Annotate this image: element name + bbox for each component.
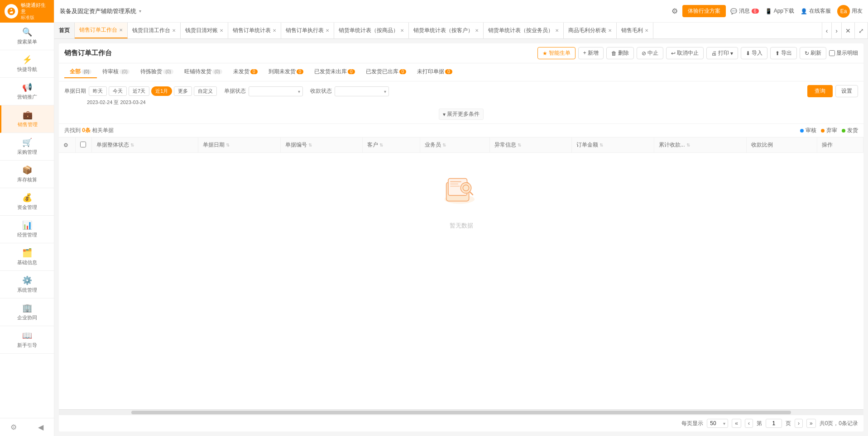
cancel-stop-btn[interactable]: ↩ 取消中止 xyxy=(666,47,704,59)
filter-settings-btn[interactable]: 设置 xyxy=(835,85,858,97)
tab-sales-stats[interactable]: 销售订单统计表 ✕ xyxy=(228,23,281,38)
sidebar-collapse-btn[interactable]: ◀ xyxy=(38,423,43,431)
system-title-arrow[interactable]: ▾ xyxy=(139,9,141,14)
show-detail-checkbox[interactable] xyxy=(829,50,835,56)
sidebar-item-search[interactable]: 🔍 搜索菜单 xyxy=(0,23,54,50)
sort-icon[interactable]: ⇅ xyxy=(308,142,312,147)
filter-tab-shipped-not-out[interactable]: 已发货未出库0 xyxy=(309,66,360,78)
filter-tab-pending-review[interactable]: 待审核(0) xyxy=(97,66,135,78)
date-btn-custom[interactable]: 自定义 xyxy=(194,86,217,96)
date-btn-month[interactable]: 近1月 xyxy=(151,86,172,96)
tab-sales-by-staff[interactable]: 销货单统计表（按业务员） ✕ xyxy=(484,23,564,38)
page-last-btn[interactable]: » xyxy=(806,419,816,428)
smart-generate-btn[interactable]: ★ 智能生单 xyxy=(537,47,575,59)
unreviewed-op-btn[interactable]: 弃审 xyxy=(821,127,837,134)
ship-op-btn[interactable]: 发货 xyxy=(842,127,858,134)
import-btn[interactable]: ⬇ 导入 xyxy=(741,47,767,59)
refresh-btn[interactable]: ↻ 刷新 xyxy=(800,47,826,59)
sort-icon[interactable]: ⇅ xyxy=(226,142,230,147)
tab-close-icon[interactable]: ✕ xyxy=(326,28,329,33)
page-next-btn[interactable]: › xyxy=(795,419,803,428)
sidebar-item-system[interactable]: ⚙️ 系统管理 xyxy=(0,271,54,299)
filter-tab-wangpu[interactable]: 旺铺待发货(0) xyxy=(179,66,228,78)
tab-close-icon[interactable]: ✕ xyxy=(645,28,648,33)
topbar-message[interactable]: 💬 消息 6 xyxy=(730,7,759,15)
filter-tab-not-shipped[interactable]: 未发货0 xyxy=(228,66,263,78)
date-btn-today[interactable]: 今天 xyxy=(109,86,127,96)
tab-close-icon[interactable]: ✕ xyxy=(119,28,123,33)
sort-icon[interactable]: ⇅ xyxy=(686,142,690,147)
sort-icon[interactable]: ⇅ xyxy=(599,142,603,147)
sidebar-item-operation[interactable]: 📊 经营管理 xyxy=(0,216,54,243)
horizontal-scrollbar[interactable] xyxy=(59,409,863,415)
tab-scroll-left[interactable]: ‹ xyxy=(822,23,832,38)
review-op-btn[interactable]: 审核 xyxy=(800,127,816,134)
expand-btn[interactable]: ▾ 展开更多条件 xyxy=(439,109,484,120)
tab-close-icon[interactable]: ✕ xyxy=(555,28,559,33)
sidebar-item-inventory[interactable]: 📦 库存核算 xyxy=(0,161,54,188)
filter-tab-shipped-out[interactable]: 已发货已出库0 xyxy=(360,66,412,78)
query-btn[interactable]: 查询 xyxy=(807,85,833,97)
delete-btn[interactable]: 🗑 删除 xyxy=(606,47,634,59)
filter-tab-all[interactable]: 全部(0) xyxy=(64,66,97,78)
date-btn-more[interactable]: 更多 xyxy=(174,86,192,96)
topbar-online-service[interactable]: 👤 在线客服 xyxy=(801,7,831,15)
page-number-input[interactable] xyxy=(766,419,782,428)
topbar-user[interactable]: Ea 用友 xyxy=(837,5,863,18)
sidebar-item-enterprise[interactable]: 🏢 企业协同 xyxy=(0,299,54,326)
sort-icon[interactable]: ⇅ xyxy=(130,142,134,147)
sidebar-item-purchase[interactable]: 🛒 采购管理 xyxy=(0,133,54,161)
table-scroll-container[interactable]: ⚙ 单据整体状态⇅ 单据日期⇅ xyxy=(59,137,863,409)
sort-icon[interactable]: ⇅ xyxy=(442,142,446,147)
tab-close-all[interactable]: ✕ xyxy=(842,23,855,38)
tab-sales-exec[interactable]: 销售订单执行表 ✕ xyxy=(281,23,334,38)
page-first-btn[interactable]: « xyxy=(732,419,741,428)
tab-close-icon[interactable]: ✕ xyxy=(172,28,176,33)
tab-close-icon[interactable]: ✕ xyxy=(273,28,276,33)
sidebar-item-marketing[interactable]: 📢 营销推广 xyxy=(0,78,54,105)
page-prev-btn[interactable]: ‹ xyxy=(745,419,753,428)
sort-icon[interactable]: ⇅ xyxy=(518,142,521,147)
tab-close-icon[interactable]: ✕ xyxy=(220,28,223,33)
sidebar-item-basic[interactable]: 🗂️ 基础信息 xyxy=(0,243,54,271)
tab-close-icon[interactable]: ✕ xyxy=(475,28,479,33)
select-all-checkbox[interactable] xyxy=(80,142,86,147)
page-header-actions: ★ 智能生单 + 新增 🗑 删除 ⊘ 中止 ↩ 取消中止 🖨 xyxy=(537,47,858,59)
filter-tab-expired-not-shipped[interactable]: 到期未发货0 xyxy=(263,66,309,78)
filter-tab-pending-inspect[interactable]: 待拣验货(0) xyxy=(135,66,178,78)
export-btn[interactable]: ⬆ 导出 xyxy=(770,47,797,59)
print-btn[interactable]: 🖨 打印 ▾ xyxy=(706,47,738,59)
tab-sales-workbench[interactable]: 销售订单工作台 ✕ xyxy=(75,23,128,38)
scrollbar-thumb[interactable] xyxy=(131,411,791,414)
settings-col-icon[interactable]: ⚙ xyxy=(63,142,68,148)
sidebar-item-finance[interactable]: 💰 资金管理 xyxy=(0,188,54,216)
sort-icon[interactable]: ⇅ xyxy=(379,142,383,147)
stop-btn[interactable]: ⊘ 中止 xyxy=(637,47,663,59)
topbar-settings-icon[interactable]: ⚙ xyxy=(671,7,678,15)
show-detail-label[interactable]: 显示明细 xyxy=(829,49,858,57)
page-size-select[interactable]: 50 100 200 xyxy=(707,419,728,428)
tab-sales-by-customer[interactable]: 销货单统计表（按客户） ✕ xyxy=(409,23,484,38)
new-btn[interactable]: + 新增 xyxy=(578,47,604,59)
payment-select[interactable] xyxy=(335,86,389,96)
sidebar-item-newbie[interactable]: 📖 新手引导 xyxy=(0,326,54,354)
filter-tab-not-printed[interactable]: 未打印单据0 xyxy=(412,66,458,78)
date-btn-yesterday[interactable]: 昨天 xyxy=(89,86,107,96)
sidebar-settings-btn[interactable]: ⚙ xyxy=(10,423,17,431)
tab-home[interactable]: 首页 xyxy=(54,23,75,38)
sidebar-item-quicknav[interactable]: ⚡ 快捷导航 xyxy=(0,50,54,78)
tab-close-icon[interactable]: ✕ xyxy=(400,28,404,33)
tab-close-icon[interactable]: ✕ xyxy=(608,28,612,33)
tab-sales-profit[interactable]: 销售毛利 ✕ xyxy=(617,23,653,38)
date-btn-7days[interactable]: 近7天 xyxy=(129,86,149,96)
status-select[interactable] xyxy=(249,86,303,96)
tab-scroll-right[interactable]: › xyxy=(832,23,842,38)
tab-profit-analysis[interactable]: 商品毛利分析表 ✕ xyxy=(564,23,617,38)
tab-fullscreen[interactable]: ⤢ xyxy=(855,23,868,38)
industry-btn[interactable]: 体验行业方案 xyxy=(682,5,726,17)
tab-sales-by-product[interactable]: 销货单统计表（按商品） ✕ xyxy=(334,23,409,38)
tab-cash-reconcile[interactable]: 钱货日清对账 ✕ xyxy=(181,23,228,38)
topbar-app-download[interactable]: 📱 App下载 xyxy=(765,7,794,15)
tab-cash-daily[interactable]: 钱货日清工作台 ✕ xyxy=(128,23,181,38)
sidebar-item-sales[interactable]: 💼 销售管理 xyxy=(0,105,54,133)
